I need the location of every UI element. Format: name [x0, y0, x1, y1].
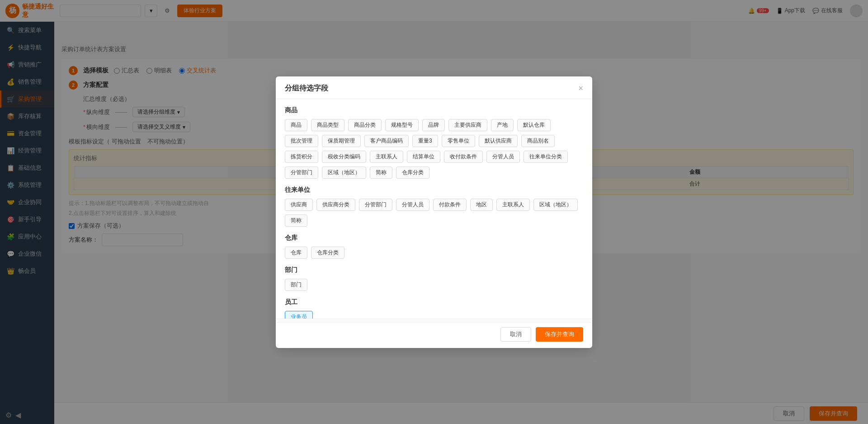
modal-overlay: 分组待选字段 × 商品 商品 商品类型 商品分类 规格型号 品牌 主要供应商 产…	[0, 0, 868, 16]
